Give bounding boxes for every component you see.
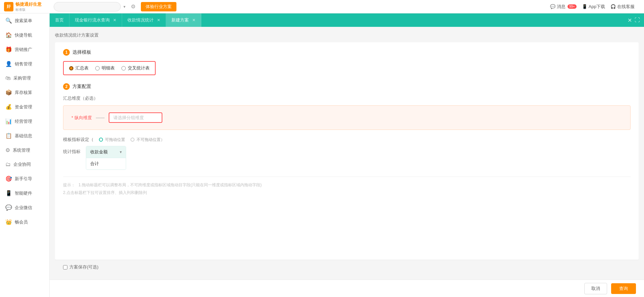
radio-summary[interactable]: 汇总表 bbox=[69, 65, 89, 71]
radio-summary-label: 汇总表 bbox=[75, 65, 89, 71]
sidebar-item-hardware[interactable]: 📱 智能硬件 bbox=[0, 186, 49, 200]
cancel-button[interactable]: 取消 bbox=[584, 283, 607, 294]
marketing-icon: 🎁 bbox=[5, 46, 12, 53]
customer-service-btn[interactable]: 🎧 在线客服 bbox=[610, 4, 635, 10]
customer-service-icon: 🎧 bbox=[610, 4, 616, 9]
logo-text: 畅捷通好生意 bbox=[15, 1, 42, 7]
dimension-section-label: 汇总维度（必选） bbox=[63, 95, 631, 101]
tab-home[interactable]: 首页 bbox=[50, 13, 69, 27]
app-download-label: App下载 bbox=[589, 4, 605, 10]
sidebar-item-system[interactable]: ⚙ 系统管理 bbox=[0, 143, 49, 157]
sidebar-item-marketing[interactable]: 🎁 营销推广 bbox=[0, 42, 49, 57]
app-download-btn[interactable]: 📱 App下载 bbox=[582, 4, 605, 10]
radio-detail-label: 明细表 bbox=[102, 65, 115, 71]
finance-icon: 💰 bbox=[5, 104, 12, 110]
tab-close-btn[interactable]: ✕ bbox=[628, 17, 632, 23]
sidebar-item-operations[interactable]: 📊 经营管理 bbox=[0, 114, 49, 129]
sidebar-item-finance[interactable]: 💰 资金管理 bbox=[0, 100, 49, 114]
sidebar-item-inventory[interactable]: 📦 库存核算 bbox=[0, 85, 49, 100]
home-icon: 🏠 bbox=[5, 32, 12, 38]
metrics-col-dropdown-icon[interactable]: ▾ bbox=[120, 150, 122, 154]
metrics-col-header-text: 收款金额 bbox=[90, 149, 108, 155]
tab-receipt-stats[interactable]: 收款情况统计 ✕ bbox=[122, 13, 166, 27]
system-icon: ⚙ bbox=[5, 147, 10, 153]
sidebar-label-hardware: 智能硬件 bbox=[15, 190, 32, 196]
radio-detail-input[interactable] bbox=[95, 66, 100, 70]
tip1-text: 1.拖动标题栏可以调整布局，不可跨维度或指标区域拖动目字段(只能在同一维度或指标… bbox=[78, 183, 262, 187]
save-checkbox[interactable] bbox=[63, 265, 67, 269]
sidebar-label-search: 搜索菜单 bbox=[15, 18, 32, 24]
sidebar-label-wechat: 企业微信 bbox=[15, 205, 32, 211]
step2-num: 2 bbox=[63, 83, 70, 90]
tip-prefix: 提示： bbox=[63, 183, 77, 187]
search-input[interactable] bbox=[54, 2, 121, 11]
sidebar-label-guide: 新手引导 bbox=[15, 176, 32, 182]
tip1: 提示： 1.拖动标题栏可以调整布局，不可跨维度或指标区域拖动目字段(只能在同一维… bbox=[63, 182, 631, 188]
top-header: 好 畅捷通好生意 标准版 ▾ ⚙ 体验行业方案 💬 消息 99+ 📱 App下载… bbox=[0, 0, 644, 13]
save-option[interactable]: 方案保存(可选) bbox=[63, 264, 631, 270]
radio-detail[interactable]: 明细表 bbox=[95, 65, 115, 71]
step1-header: 1 选择模板 bbox=[63, 49, 631, 56]
drag-enabled-label: 可拖动位置 bbox=[105, 137, 125, 143]
sidebar: 🔍 搜索菜单 🏠 快捷导航 🎁 营销推广 👤 销售管理 🛍 采购管理 📦 库存核… bbox=[0, 13, 50, 297]
sidebar-item-member[interactable]: 👑 畅会员 bbox=[0, 215, 49, 229]
sidebar-label-enterprise: 企业协同 bbox=[13, 161, 31, 167]
radio-cross-label: 交叉统计表 bbox=[128, 65, 150, 71]
app-download-icon: 📱 bbox=[582, 4, 587, 9]
search-icon: 🔍 bbox=[5, 17, 12, 24]
query-button[interactable]: 查询 bbox=[611, 283, 636, 294]
wechat-icon: 💬 bbox=[5, 204, 12, 211]
metrics-header-label: 模板指标设定（ bbox=[63, 137, 94, 143]
sidebar-label-sales: 销售管理 bbox=[15, 61, 32, 67]
sidebar-item-nav[interactable]: 🏠 快捷导航 bbox=[0, 28, 49, 42]
metrics-title: 统计指标 bbox=[63, 146, 80, 155]
content-area: 首页 现金银行流水查询 ✕ 收款情况统计 ✕ 新建方案 ✕ ✕ ⛶ 收款情况统计… bbox=[50, 13, 644, 297]
dimension-area: * 纵向维度 —— 请选择分组维度 bbox=[63, 105, 631, 130]
operations-icon: 📊 bbox=[5, 118, 12, 125]
tab-bar-actions: ✕ ⛶ bbox=[624, 13, 644, 27]
step1-section: 1 选择模板 汇总表 明细表 bbox=[63, 49, 631, 75]
sales-icon: 👤 bbox=[5, 61, 12, 67]
tab-receipt-stats-label: 收款情况统计 bbox=[127, 17, 154, 23]
step1-title: 选择模板 bbox=[72, 49, 91, 55]
step1-num: 1 bbox=[63, 49, 70, 56]
inventory-icon: 📦 bbox=[5, 89, 12, 96]
drag-enabled-hint: 可拖动位置 bbox=[99, 137, 125, 143]
tab-maximize-btn[interactable]: ⛶ bbox=[635, 17, 640, 23]
dimension-label-text: 汇总维度（必选） bbox=[63, 96, 98, 101]
dimension-select[interactable]: 请选择分组维度 bbox=[109, 112, 162, 123]
radio-cross-input[interactable] bbox=[121, 66, 126, 70]
drag-disabled-hint: 不可拖动位置） bbox=[130, 137, 165, 143]
step2-section: 2 方案配置 汇总维度（必选） * 纵向维度 —— 请选 bbox=[63, 83, 631, 196]
sidebar-item-wechat[interactable]: 💬 企业微信 bbox=[0, 200, 49, 215]
logo-area: 好 畅捷通好生意 标准版 bbox=[4, 1, 54, 12]
message-badge: 99+ bbox=[568, 4, 577, 9]
drag-dot-enabled bbox=[99, 138, 103, 142]
trial-button[interactable]: 体验行业方案 bbox=[141, 2, 176, 11]
sidebar-item-guide[interactable]: 🎯 新手引导 bbox=[0, 171, 49, 186]
settings-icon[interactable]: ⚙ bbox=[131, 3, 136, 10]
sidebar-item-basic[interactable]: 📋 基础信息 bbox=[0, 129, 49, 143]
tab-receipt-stats-close[interactable]: ✕ bbox=[157, 18, 160, 22]
tip2: 2.点击标题栏下拉可设置排序、插入列和删除列 bbox=[63, 190, 631, 196]
radio-summary-input[interactable] bbox=[69, 66, 73, 70]
header-search-area: ▾ ⚙ 体验行业方案 bbox=[54, 2, 550, 11]
sidebar-item-search[interactable]: 🔍 搜索菜单 bbox=[0, 13, 49, 28]
radio-cross[interactable]: 交叉统计表 bbox=[121, 65, 150, 71]
tab-new-plan-close[interactable]: ✕ bbox=[192, 18, 196, 22]
sidebar-label-finance: 资金管理 bbox=[15, 104, 32, 110]
tab-new-plan[interactable]: 新建方案 ✕ bbox=[166, 13, 201, 27]
search-dropdown-icon[interactable]: ▾ bbox=[123, 4, 125, 9]
sidebar-label-system: 系统管理 bbox=[13, 147, 30, 153]
sidebar-item-sales[interactable]: 👤 销售管理 bbox=[0, 57, 49, 71]
drag-disabled-label: 不可拖动位置） bbox=[137, 137, 165, 143]
tab-bank-flow[interactable]: 现金银行流水查询 ✕ bbox=[69, 13, 122, 27]
tab-bank-flow-label: 现金银行流水查询 bbox=[75, 17, 110, 23]
sidebar-label-basic: 基础信息 bbox=[15, 133, 32, 139]
message-btn[interactable]: 💬 消息 99+ bbox=[550, 4, 577, 10]
tab-bank-flow-close[interactable]: ✕ bbox=[113, 18, 116, 22]
sidebar-item-purchase[interactable]: 🛍 采购管理 bbox=[0, 71, 49, 85]
guide-icon: 🎯 bbox=[5, 176, 12, 182]
member-icon: 👑 bbox=[5, 219, 12, 225]
sidebar-item-enterprise[interactable]: 🗂 企业协同 bbox=[0, 157, 49, 171]
